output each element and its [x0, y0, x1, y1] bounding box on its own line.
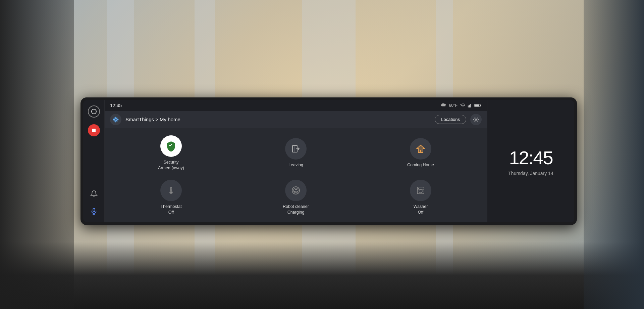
locations-button[interactable]: Locations	[435, 115, 466, 124]
status-time: 12:45	[110, 103, 122, 108]
weather-temp: 60°F	[449, 103, 458, 108]
home-icon	[416, 144, 426, 154]
app-title: SmartThings > My home	[125, 117, 431, 122]
sidebar-bottom	[90, 190, 98, 217]
bell-icon[interactable]	[90, 190, 98, 200]
signal-icon	[468, 103, 472, 107]
svg-point-31	[297, 191, 298, 192]
mic-icon[interactable]	[90, 208, 98, 217]
svg-point-29	[294, 191, 295, 192]
settings-button[interactable]	[470, 114, 482, 125]
leaving-icon-wrap	[285, 138, 307, 160]
circle-icon	[91, 108, 97, 115]
device-card-thermostat[interactable]: Thermostat Off	[111, 178, 231, 217]
coming-home-label: Coming Home	[407, 162, 434, 168]
washer-label: Washer Off	[414, 204, 428, 216]
leaving-icon	[291, 144, 301, 153]
svg-point-0	[92, 109, 96, 114]
thermostat-icon-wrap	[160, 180, 182, 201]
circle-button[interactable]	[88, 105, 100, 118]
device-card-security[interactable]: Security Armed (away)	[111, 134, 231, 173]
svg-rect-1	[92, 129, 96, 132]
clock-panel: 12:45 Thursday, January 14	[487, 100, 574, 222]
thermostat-icon	[167, 186, 175, 195]
svg-rect-28	[295, 189, 297, 190]
display-inner: 12:45 60°F	[83, 100, 574, 222]
coming-home-icon-wrap	[410, 138, 431, 160]
svg-rect-10	[475, 104, 479, 106]
security-label: Security Armed (away)	[158, 160, 184, 171]
car-right-panel	[584, 0, 644, 309]
svg-rect-6	[468, 105, 469, 107]
clock-time: 12:45	[509, 147, 552, 169]
security-icon-wrap	[160, 135, 182, 157]
svg-point-5	[463, 106, 463, 107]
car-bottom	[0, 242, 644, 309]
battery-icon	[474, 103, 482, 107]
wifi-icon	[460, 103, 465, 107]
device-card-leaving[interactable]: Leaving	[236, 134, 356, 173]
shield-icon	[166, 141, 176, 151]
svg-point-34	[418, 188, 419, 189]
svg-point-33	[419, 189, 422, 193]
svg-rect-8	[470, 104, 471, 108]
status-icons: 60°F	[441, 103, 482, 108]
device-grid: Security Armed (away)	[105, 128, 487, 222]
device-card-robot-cleaner[interactable]: Robot cleaner Charging	[236, 178, 356, 217]
svg-point-30	[296, 191, 297, 192]
washer-icon	[416, 186, 425, 195]
gear-icon	[473, 117, 479, 123]
car-display: 12:45 60°F	[80, 97, 577, 225]
svg-rect-11	[480, 105, 481, 106]
smartthings-panel: 12:45 60°F	[105, 100, 487, 222]
robot-cleaner-label: Robot cleaner Charging	[283, 204, 309, 216]
cloud-icon	[441, 103, 446, 107]
thermostat-label: Thermostat Off	[160, 204, 181, 216]
sidebar-top	[88, 105, 100, 136]
washer-icon-wrap	[410, 180, 431, 201]
app-logo	[110, 114, 121, 125]
smartthings-logo-icon	[112, 116, 119, 123]
clock-date: Thursday, January 14	[508, 171, 553, 176]
sidebar	[83, 100, 105, 222]
app-header: SmartThings > My home Locations	[105, 111, 487, 128]
svg-point-25	[170, 191, 172, 193]
svg-point-18	[475, 119, 477, 120]
car-left-panel	[0, 0, 74, 309]
svg-rect-2	[93, 208, 95, 212]
leaving-label: Leaving	[288, 162, 303, 168]
record-button[interactable]	[88, 124, 100, 136]
robot-cleaner-icon	[291, 185, 301, 195]
record-icon	[92, 128, 96, 133]
device-card-coming-home[interactable]: Coming Home	[361, 134, 480, 173]
device-card-washer[interactable]: Washer Off	[361, 178, 480, 217]
robot-cleaner-icon-wrap	[285, 180, 307, 201]
svg-rect-7	[469, 105, 470, 107]
status-bar: 12:45 60°F	[105, 100, 487, 111]
